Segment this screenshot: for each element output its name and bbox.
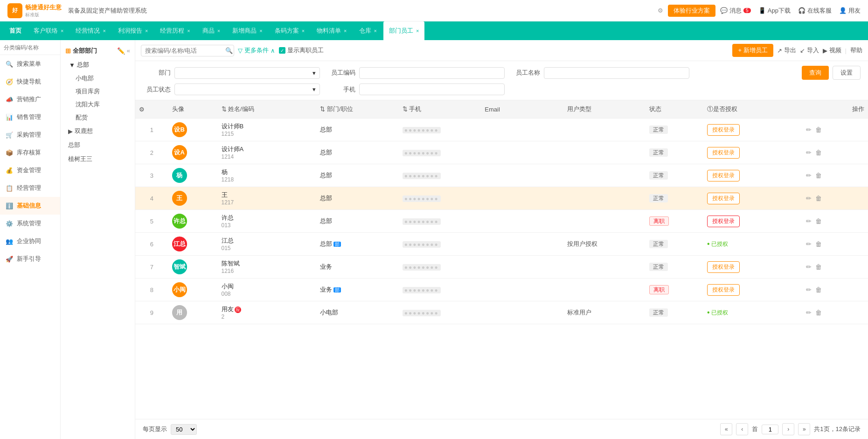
first-page-btn[interactable]: « <box>720 423 732 435</box>
per-page-select[interactable]: 50 100 <box>171 424 197 435</box>
tab-staff[interactable]: 部门员工 × <box>383 21 424 40</box>
tab-new-goods[interactable]: 新增商品 × <box>227 21 268 40</box>
message-btn[interactable]: 💬 消息 5 <box>720 7 751 15</box>
dept-item-zongbu[interactable]: 总部 <box>61 138 135 152</box>
avatar: 杨 <box>172 168 187 183</box>
dept-item-shuanglu[interactable]: ▶ 双鹿想 <box>61 124 135 138</box>
sidebar-item-sales[interactable]: 📊销售管理 <box>0 108 60 126</box>
edit-icon[interactable]: ✏ <box>806 263 812 271</box>
tab-barcode[interactable]: 条码方案 × <box>269 21 310 40</box>
delete-icon[interactable]: 🗑 <box>815 172 822 179</box>
delete-icon[interactable]: 🗑 <box>815 309 822 316</box>
tab-customer[interactable]: 客户联络 × <box>28 21 69 40</box>
auth-btn[interactable]: 授权登录 <box>707 147 740 159</box>
sidebar-item-management[interactable]: 📋经营管理 <box>0 179 60 197</box>
auth-btn[interactable]: 授权登录 <box>707 193 740 204</box>
employee-name-input[interactable] <box>544 67 689 79</box>
edit-icon[interactable]: ✏ <box>806 286 812 293</box>
delete-icon[interactable]: 🗑 <box>815 126 822 133</box>
status-badge: 正常 <box>649 240 668 248</box>
sidebar-item-marketing[interactable]: 📣营销推广 <box>0 91 60 108</box>
sidebar-item-basic-info[interactable]: ℹ️基础信息 <box>0 197 60 215</box>
gear-icon: ⚙️ <box>6 220 13 227</box>
search-icon[interactable]: 🔍 <box>225 47 233 54</box>
dept-item-peihuo[interactable]: 配货 <box>64 111 135 124</box>
view-btn[interactable]: ▶ 视频 <box>823 46 841 55</box>
table-row: 2 设A 设计师A 1214 总部 ●●●●●●●● 正常 授权登录 ✏ 🗑 <box>135 141 868 164</box>
col-phone[interactable]: ⇅ 手机 <box>399 100 481 118</box>
set-btn[interactable]: 设置 <box>833 66 861 80</box>
add-employee-btn[interactable]: + 新增员工 <box>732 44 773 57</box>
edit-icon[interactable]: ✏ <box>806 195 812 202</box>
dept-item-project[interactable]: 项目库房 <box>64 85 135 98</box>
query-btn[interactable]: 查询 <box>802 66 829 80</box>
auth-btn[interactable]: 授权登录 <box>707 216 740 227</box>
status-select[interactable]: ▾ <box>174 84 320 95</box>
auth-btn[interactable]: 授权登录 <box>707 261 740 273</box>
app-download-btn[interactable]: 📱 App下载 <box>758 7 791 15</box>
sidebar-item-collaboration[interactable]: 👥企业协同 <box>0 232 60 250</box>
col-status: 状态 <box>646 100 703 118</box>
export-btn[interactable]: ↗ 导出 <box>777 46 796 55</box>
dept-item-shenyang[interactable]: 沈阳大库 <box>64 98 135 111</box>
help-btn[interactable]: 帮助 <box>850 46 862 55</box>
dept-edit-icon[interactable]: ✏️ <box>117 47 125 55</box>
edit-icon[interactable]: ✏ <box>806 217 812 225</box>
sidebar-item-finance[interactable]: 💰资金管理 <box>0 161 60 179</box>
prev-page-btn[interactable]: ‹ <box>736 423 748 435</box>
sidebar-search-input[interactable] <box>4 44 61 51</box>
col-name[interactable]: ⇅ 姓名/编码 <box>218 100 317 118</box>
status-badge: 正常 <box>649 263 668 271</box>
delete-icon[interactable]: 🗑 <box>815 217 822 225</box>
sidebar-item-inventory[interactable]: 📦库存核算 <box>0 144 60 161</box>
last-page-btn[interactable]: » <box>798 423 810 435</box>
all-dept-label[interactable]: 全部部门 <box>73 47 97 55</box>
more-filter-btn[interactable]: ▽ 更多条件 ∧ <box>238 46 275 55</box>
page-number-input[interactable] <box>762 425 778 434</box>
col-dept[interactable]: ⇅ 部门/职位 <box>316 100 399 118</box>
auth-btn[interactable]: 授权登录 <box>707 124 740 136</box>
sidebar-item-navigation[interactable]: 🧭快捷导航 <box>0 73 60 91</box>
dept-group-head-label[interactable]: ▼ 总部 <box>64 58 135 72</box>
edit-icon[interactable]: ✏ <box>806 149 812 156</box>
dept-select[interactable]: ▾ <box>174 67 320 79</box>
dept-item-xiaodian[interactable]: 小电部 <box>64 72 135 85</box>
tab-goods[interactable]: 商品 × <box>197 21 226 40</box>
edit-icon[interactable]: ✏ <box>806 309 812 316</box>
tab-operations[interactable]: 经营情况 × <box>70 21 111 40</box>
next-page-btn[interactable]: › <box>782 423 794 435</box>
show-resigned-check[interactable]: ✓ 显示离职员工 <box>279 46 324 55</box>
export-icon: ↗ <box>777 47 782 54</box>
tab-bom[interactable]: 物料清单 × <box>311 21 352 40</box>
trial-button[interactable]: 体验行业方案 <box>668 5 715 17</box>
auth-btn[interactable]: 授权登录 <box>707 284 740 296</box>
col-settings[interactable]: ⚙ <box>135 100 168 118</box>
tab-warehouse[interactable]: 仓库 × <box>354 21 382 40</box>
sidebar-item-system[interactable]: ⚙️系统管理 <box>0 215 60 232</box>
sidebar-item-purchase[interactable]: 🛒采购管理 <box>0 126 60 144</box>
tab-home[interactable]: 首页 <box>4 21 27 40</box>
search-input[interactable] <box>145 47 223 54</box>
auth-btn[interactable]: 授权登录 <box>707 170 740 181</box>
tab-history[interactable]: 经营历程 × <box>154 21 195 40</box>
delete-icon[interactable]: 🗑 <box>815 195 822 202</box>
employee-code-input[interactable] <box>359 67 505 79</box>
user-avatar[interactable]: 👤 用友 <box>839 7 861 15</box>
edit-icon[interactable]: ✏ <box>806 126 812 133</box>
delete-icon[interactable]: 🗑 <box>815 263 822 271</box>
col-no: 6 <box>135 233 168 256</box>
edit-icon[interactable]: ✏ <box>806 240 812 248</box>
tab-profit[interactable]: 利润报告 × <box>112 21 153 40</box>
online-service-btn[interactable]: 🎧 在线客服 <box>798 7 832 15</box>
phone-input[interactable] <box>359 84 505 95</box>
edit-icon[interactable]: ✏ <box>806 172 812 179</box>
import-btn[interactable]: ↙ 导入 <box>800 46 819 55</box>
dept-item-zhishu[interactable]: 植树王三 <box>61 152 135 166</box>
delete-icon[interactable]: 🗑 <box>815 149 822 156</box>
delete-icon[interactable]: 🗑 <box>815 240 822 248</box>
settings-icon[interactable]: ⚙ <box>658 7 663 14</box>
delete-icon[interactable]: 🗑 <box>815 286 822 293</box>
sidebar-item-guide[interactable]: 🚀新手引导 <box>0 250 60 268</box>
sidebar-item-search[interactable]: 🔍搜索菜单 <box>0 55 60 73</box>
dept-collapse-icon[interactable]: « <box>127 47 130 55</box>
